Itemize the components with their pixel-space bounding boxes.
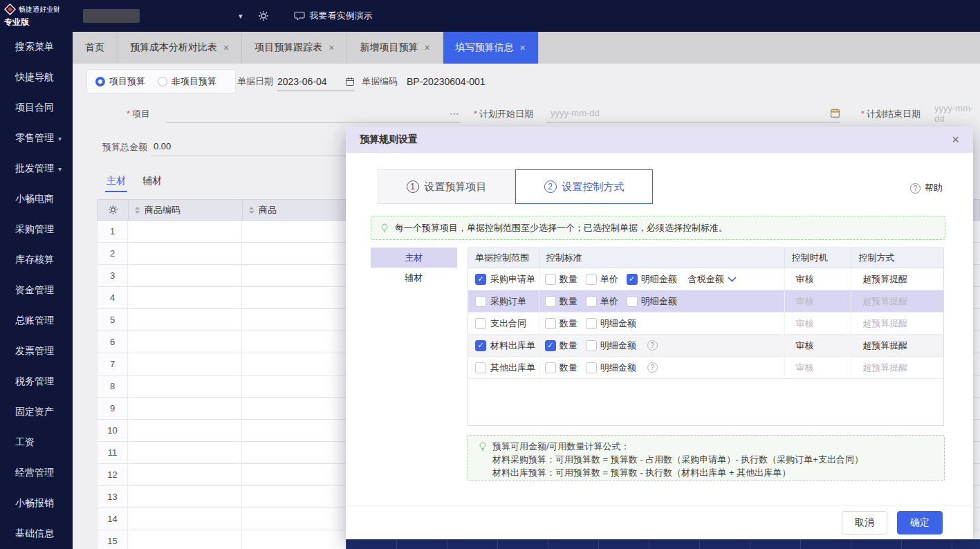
product-code-cell[interactable] [128,265,242,286]
product-code-cell[interactable] [128,331,242,353]
control-table: 单据控制范围 控制标准 控制时机 控制方式 ✓采购申请单数量单价✓明细金额含税金… [468,248,944,426]
modal-material-tab-主材[interactable]: 主材 [371,248,457,268]
sidebar-item-基础信息[interactable]: 基础信息 [0,519,73,549]
sidebar-item-搜索菜单[interactable]: 搜索菜单 [0,32,73,62]
material-tabs: 主材辅材 [105,171,163,192]
workspace-selector[interactable] [83,9,140,23]
product-code-cell[interactable] [128,486,242,508]
tab-新增项目预算[interactable]: 新增项目预算× [347,32,443,64]
product-code-cell[interactable] [128,508,242,530]
tab-set-budget-items[interactable]: 1 设置预算项目 [378,169,515,204]
checkbox[interactable]: ✓ [475,340,486,351]
cancel-button[interactable]: 取消 [842,511,887,534]
tab-填写预算信息[interactable]: 填写预算信息× [443,32,539,64]
checkbox[interactable]: ✓ [627,274,638,285]
sidebar-item-项目合同[interactable]: 项目合同 [0,93,73,123]
plan-start-input[interactable]: yyyy-mm-dd [546,104,840,123]
checkbox[interactable] [586,340,597,351]
chevron-down-icon[interactable]: ▾ [239,12,243,21]
product-code-cell[interactable] [128,398,242,419]
close-icon[interactable]: × [520,42,526,53]
checkbox[interactable] [586,274,597,285]
radio-project-budget[interactable]: 项目预算 [95,75,145,88]
control-table-row[interactable]: 采购订单数量单价明细金额审核超预算提醒 [468,290,943,313]
checkbox[interactable] [475,362,486,373]
confirm-button[interactable]: 确定 [897,511,943,534]
header-control-method: 控制方式 [851,248,943,268]
tax-amount-dropdown[interactable]: 含税金额 [688,273,737,286]
brand-name: 畅捷通好业财 [19,5,60,15]
sidebar-item-批发管理[interactable]: 批发管理▾ [0,153,73,184]
more-ellipsis-icon[interactable]: ⋯ [450,108,460,119]
checkbox[interactable]: ✓ [475,274,486,285]
sidebar-item-小畅电商[interactable]: 小畅电商 [0,184,73,214]
checkbox[interactable] [545,274,556,285]
control-table-row[interactable]: 支出合同数量明细金额审核超预算提醒 [468,313,943,335]
sidebar-item-税务管理[interactable]: 税务管理 [0,366,73,397]
sidebar-item-小畅报销[interactable]: 小畅报销 [0,488,73,519]
calendar-icon[interactable] [830,108,840,118]
checkbox[interactable] [475,318,486,329]
doc-type-label: 其他出库单 [490,362,535,374]
chevron-down-icon: ▾ [58,165,62,173]
material-tab-主材[interactable]: 主材 [105,171,127,192]
radio-nonproject-budget[interactable]: 非项目预算 [158,75,216,88]
checkbox[interactable] [545,318,556,329]
checkbox[interactable] [627,296,638,307]
sidebar-item-采购管理[interactable]: 采购管理 [0,214,73,245]
tab-项目预算跟踪表[interactable]: 项目预算跟踪表× [242,32,347,64]
product-code-cell[interactable] [128,243,242,264]
tab-预算成本分析对比表[interactable]: 预算成本分析对比表× [118,32,242,64]
close-icon[interactable]: × [424,42,429,53]
sidebar-item-总账管理[interactable]: 总账管理 [0,306,73,336]
sidebar-item-经营管理[interactable]: 经营管理 [0,458,73,488]
checkbox[interactable] [586,362,597,373]
sidebar-item-资金管理[interactable]: 资金管理 [0,275,73,306]
sidebar-item-label: 经营管理 [15,467,54,479]
close-icon[interactable]: × [223,42,229,53]
doc-date-field[interactable]: 2023-06-04 [277,72,355,91]
checkbox[interactable] [586,318,597,329]
settings-gear-icon[interactable] [258,10,269,21]
sidebar-item-发票管理[interactable]: 发票管理 [0,336,73,366]
tab-首页[interactable]: 首页 [73,32,118,64]
control-timing-value: 审核 [785,335,852,356]
tab-label: 项目预算跟踪表 [255,41,322,54]
checkbox[interactable] [586,296,597,307]
help-icon[interactable]: ? [647,340,658,351]
material-tab-辅材[interactable]: 辅材 [141,171,163,192]
sidebar-item-零售管理[interactable]: 零售管理▾ [0,123,73,153]
product-code-cell[interactable] [128,420,242,441]
product-code-cell[interactable] [128,442,242,463]
column-header-product-code[interactable]: 商品编码 [129,200,243,220]
sidebar-item-固定资产[interactable]: 固定资产 [0,397,73,427]
control-table-row[interactable]: 其他出库单数量明细金额?审核超预算提醒 [468,357,943,379]
product-code-cell[interactable] [128,530,242,549]
product-code-cell[interactable] [128,287,242,308]
checkbox[interactable] [475,296,486,307]
control-table-row[interactable]: ✓材料出库单✓数量明细金额?审核超预算提醒 [468,335,943,357]
product-code-cell[interactable] [128,353,242,375]
help-link[interactable]: ? 帮助 [910,182,943,194]
sidebar-item-工资[interactable]: 工资 [0,427,73,458]
product-code-cell[interactable] [128,375,242,397]
help-icon[interactable]: ? [647,362,658,373]
product-code-cell[interactable] [128,309,242,331]
tab-set-control-method[interactable]: 2 设置控制方式 [515,169,653,204]
control-timing-value: 审核 [785,290,852,312]
project-input[interactable]: ⋯ [166,104,460,123]
modal-material-tab-辅材[interactable]: 辅材 [371,268,457,288]
checkbox[interactable] [545,296,556,307]
sidebar-item-库存核算[interactable]: 库存核算 [0,245,73,275]
plan-end-input[interactable]: yyyy-mm-dd [930,104,980,123]
close-icon[interactable]: × [952,133,959,146]
product-code-cell[interactable] [128,464,242,485]
product-code-cell[interactable] [128,221,242,242]
demo-link[interactable]: 我要看实例演示 [294,10,373,22]
close-icon[interactable]: × [329,42,334,53]
grid-settings-cell[interactable] [98,200,129,220]
control-table-row[interactable]: ✓采购申请单数量单价✓明细金额含税金额审核超预算提醒 [468,268,943,290]
checkbox[interactable] [545,362,556,373]
sidebar-item-快捷导航[interactable]: 快捷导航 [0,62,73,93]
checkbox[interactable]: ✓ [545,340,556,351]
